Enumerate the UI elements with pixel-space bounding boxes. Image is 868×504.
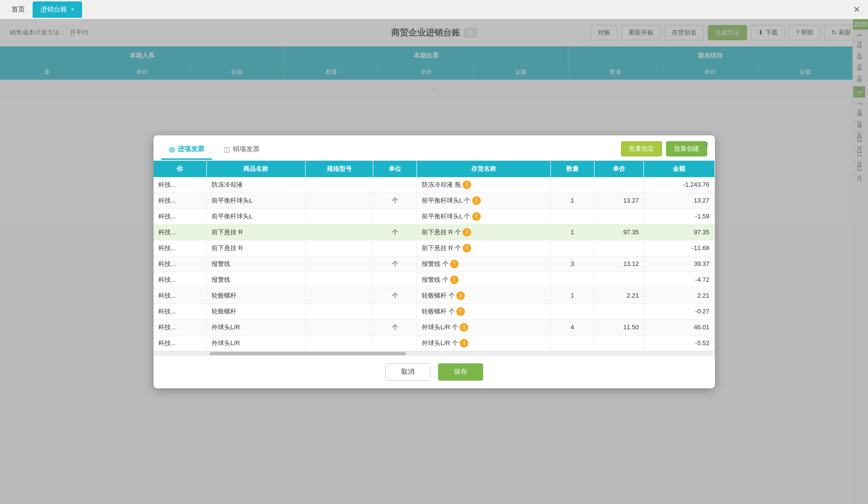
cell-0[interactable]: 科技... — [154, 319, 207, 335]
th-supplier: 你 — [154, 161, 207, 177]
table-row: 科技...前下悬挂 R个前下悬挂 R 个 !197.3597.35 — [154, 224, 715, 240]
cell-4[interactable]: 前平衡杆球头L 个 ! — [417, 208, 551, 224]
modal-tab-incoming[interactable]: ◎ 进项发票 — [161, 141, 212, 160]
modal-header-actions: 批量指定 批量创建 — [621, 141, 707, 160]
cell-1[interactable]: 防冻冷却液 — [207, 177, 306, 193]
cancel-button[interactable]: 取消 — [385, 363, 430, 381]
cell-1[interactable]: 轮毂螺杆 — [207, 288, 306, 303]
warning-icon[interactable]: ! — [450, 276, 459, 284]
cell-5 — [550, 272, 594, 288]
cell-4[interactable]: 前下悬挂 R 个 ! — [417, 224, 551, 240]
cell-6: 2.21 — [594, 288, 644, 303]
outgoing-invoice-icon: ◫ — [224, 145, 230, 153]
cell-3: 个 — [373, 192, 417, 208]
warning-icon[interactable]: ! — [460, 323, 468, 332]
table-row: 科技...外球头L/R个外球头L/R 个 !411.5046.01 — [154, 319, 715, 335]
cell-1[interactable]: 前平衡杆球头L — [207, 208, 306, 224]
cell-0[interactable]: 科技... — [154, 224, 207, 240]
table-row: 科技...轮毂螺杆轮毂螺杆 个 !-0.27 — [154, 303, 715, 319]
warning-icon[interactable]: ! — [456, 307, 465, 316]
warning-icon[interactable]: ! — [463, 244, 471, 252]
cell-1[interactable]: 前平衡杆球头L — [207, 192, 306, 208]
cell-4[interactable]: 外球头L/R 个 ! — [417, 335, 551, 351]
cell-1[interactable]: 前下悬挂 R — [207, 224, 306, 240]
cell-2 — [305, 208, 373, 224]
warning-icon[interactable]: ! — [450, 260, 459, 268]
cell-0[interactable]: 科技... — [154, 240, 207, 256]
cell-7: -5.52 — [644, 335, 714, 351]
cell-2 — [305, 240, 373, 256]
cell-1[interactable]: 轮毂螺杆 — [207, 303, 306, 319]
warning-icon[interactable]: ! — [460, 339, 468, 348]
cell-0[interactable]: 科技... — [154, 272, 207, 288]
modal-close-button[interactable]: × — [704, 140, 709, 150]
table-row: 科技...轮毂螺杆个轮毂螺杆 个 !12.212.21 — [154, 288, 715, 303]
warning-icon[interactable]: ! — [463, 180, 471, 189]
cell-3 — [373, 208, 417, 224]
cell-1[interactable]: 前下悬挂 R — [207, 240, 306, 256]
th-unit: 单位 — [373, 161, 417, 177]
cell-6 — [594, 208, 644, 224]
cell-5 — [550, 208, 594, 224]
cell-4[interactable]: 前下悬挂 R 个 ! — [417, 240, 551, 256]
warning-icon[interactable]: ! — [463, 228, 471, 237]
batch-create-button[interactable]: 批量创建 — [666, 141, 707, 156]
modal-tab-outgoing[interactable]: ◫ 销项发票 — [216, 141, 267, 160]
cell-1[interactable]: 报警线 — [207, 272, 306, 288]
cell-3 — [373, 272, 417, 288]
cell-4[interactable]: 报警线 个 ! — [417, 256, 551, 272]
th-price: 单价 — [594, 161, 644, 177]
table-row: 科技...前平衡杆球头L个前平衡杆球头L 个 !113.2713.27 — [154, 192, 715, 208]
cell-0[interactable]: 科技... — [154, 208, 207, 224]
window-close-button[interactable]: ✕ — [849, 4, 864, 15]
table-row: 科技...前平衡杆球头L前平衡杆球头L 个 !-1.59 — [154, 208, 715, 224]
cell-5 — [550, 335, 594, 351]
cell-0[interactable]: 科技... — [154, 303, 207, 319]
cell-5: 1 — [550, 288, 594, 303]
tab-home[interactable]: 首页 — [4, 1, 33, 18]
cell-5: 4 — [550, 319, 594, 335]
cell-0[interactable]: 科技... — [154, 192, 207, 208]
cell-4[interactable]: 报警线 个 ! — [417, 272, 551, 288]
cell-0[interactable]: 科技... — [154, 177, 207, 193]
modal-footer: 取消 保存 — [154, 355, 715, 388]
cell-2 — [305, 303, 373, 319]
cell-6: 97.35 — [594, 224, 644, 240]
warning-icon[interactable]: ! — [472, 212, 481, 221]
warning-icon[interactable]: ! — [456, 291, 465, 300]
cell-4[interactable]: 防冻冷却液 瓶 ! — [417, 177, 551, 193]
cell-2 — [305, 319, 373, 335]
batch-assign-button[interactable]: 批量指定 — [621, 141, 662, 156]
cell-6 — [594, 303, 644, 319]
cell-4[interactable]: 轮毂螺杆 个 ! — [417, 303, 551, 319]
cell-0[interactable]: 科技... — [154, 256, 207, 272]
tab-ledger[interactable]: 进销台账 × — [33, 1, 82, 18]
main-area: 销售成本计算方法： 月平均 商贸企业进销台账 📄 对账 重新开账 存货别名 生成… — [0, 19, 868, 504]
cell-2 — [305, 288, 373, 303]
cell-4[interactable]: 轮毂螺杆 个 ! — [417, 288, 551, 303]
cell-1[interactable]: 报警线 — [207, 256, 306, 272]
warning-icon[interactable]: ! — [472, 196, 481, 205]
cell-3 — [373, 335, 417, 351]
tab-close-ledger[interactable]: × — [71, 6, 74, 13]
cell-4[interactable]: 外球头L/R 个 ! — [417, 319, 551, 335]
tab-bar: 首页 进销台账 × ✕ — [0, 0, 868, 19]
cell-3: 个 — [373, 256, 417, 272]
cell-5 — [550, 240, 594, 256]
cell-4[interactable]: 前平衡杆球头L 个 ! — [417, 192, 551, 208]
cell-2 — [305, 272, 373, 288]
cell-0[interactable]: 科技... — [154, 288, 207, 303]
cell-2 — [305, 256, 373, 272]
cell-3 — [373, 177, 417, 193]
cell-5 — [550, 177, 594, 193]
cell-0[interactable]: 科技... — [154, 335, 207, 351]
save-button[interactable]: 保存 — [438, 363, 483, 381]
invoice-table: 你 商品名称 规格型号 单位 存货名称 数量 单价 金额 科技...防冻冷却液防… — [154, 161, 715, 351]
cell-7: 46.01 — [644, 319, 714, 335]
cell-3: 个 — [373, 288, 417, 303]
cell-6 — [594, 272, 644, 288]
cell-1[interactable]: 外球头L/R — [207, 335, 306, 351]
th-qty: 数量 — [550, 161, 594, 177]
cell-7: -0.27 — [644, 303, 714, 319]
cell-1[interactable]: 外球头L/R — [207, 319, 306, 335]
